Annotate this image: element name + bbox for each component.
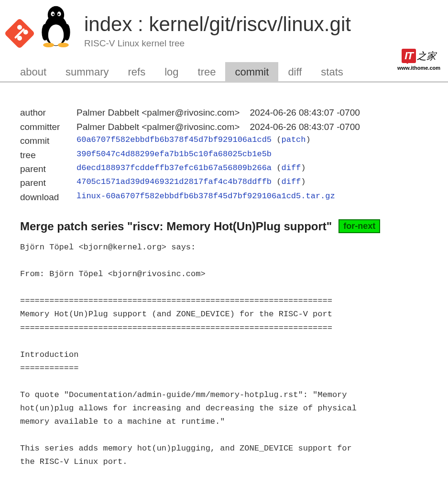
author-date: 2024-06-26 08:43:07 -0700	[250, 107, 360, 118]
commit-patch-link[interactable]: patch	[281, 135, 306, 144]
parent1-row: parent d6ecd188937fcddeffb37efc61b67a568…	[20, 162, 429, 176]
page-subtitle: RISC-V Linux kernel tree	[84, 38, 439, 49]
nav-tabs: about summary refs log tree commit diff …	[0, 62, 448, 83]
watermark-url: www.ithome.com	[397, 65, 440, 71]
content-area: author Palmer Dabbelt <palmer@rivosinc.c…	[0, 83, 448, 478]
commit-row: commit 60a6707f582ebbdfb6b378f45d7bf9291…	[20, 134, 429, 148]
svg-point-10	[64, 24, 70, 40]
svg-point-9	[42, 24, 48, 40]
tab-log[interactable]: log	[155, 62, 188, 81]
it-badge-icon: IT	[402, 49, 416, 63]
download-value: linux-60a6707f582ebbdfb6b378f45d7bf92910…	[76, 190, 429, 204]
parent1-value: d6ecd188937fcddeffb37efc61b67a56809b266a…	[76, 162, 429, 176]
committer-label: committer	[20, 120, 76, 134]
svg-point-8	[58, 43, 69, 47]
svg-point-7	[43, 43, 54, 47]
author-label: author	[20, 106, 76, 119]
tab-diff[interactable]: diff	[278, 62, 311, 81]
parent1-diff-link[interactable]: diff	[281, 163, 301, 172]
author-value: Palmer Dabbelt <palmer@rivosinc.com> 202…	[76, 106, 429, 119]
commit-title-row: Merge patch series "riscv: Memory Hot(Un…	[20, 219, 429, 233]
tab-commit[interactable]: commit	[225, 62, 278, 81]
download-label: download	[20, 190, 76, 204]
parent2-hash-link[interactable]: 4705c1571ad39d9469321d2817faf4c4b78ddffb	[76, 177, 272, 186]
watermark-logo: IT 之家 www.ithome.com	[397, 49, 440, 71]
author-row: author Palmer Dabbelt <palmer@rivosinc.c…	[20, 106, 429, 119]
committer-name: Palmer Dabbelt <palmer@rivosinc.com>	[76, 122, 240, 132]
tree-value: 390f5047c4d88299efa7b1b5c10fa68025cb1e5b	[76, 148, 429, 162]
tree-row: tree 390f5047c4d88299efa7b1b5c10fa68025c…	[20, 148, 429, 162]
parent2-row: parent 4705c1571ad39d9469321d2817faf4c4b…	[20, 176, 429, 190]
author-name: Palmer Dabbelt <palmer@rivosinc.com>	[76, 107, 240, 118]
page-title: index : kernel/git/riscv/linux.git	[84, 13, 439, 35]
tab-refs[interactable]: refs	[119, 62, 155, 81]
commit-subject: Merge patch series "riscv: Memory Hot(Un…	[20, 220, 332, 233]
svg-point-6	[58, 13, 60, 15]
committer-value: Palmer Dabbelt <palmer@rivosinc.com> 202…	[76, 120, 429, 134]
download-link[interactable]: linux-60a6707f582ebbdfb6b378f45d7bf92910…	[76, 192, 335, 201]
committer-date: 2024-06-26 08:43:07 -0700	[250, 122, 360, 132]
commit-label: commit	[20, 134, 76, 148]
svg-point-2	[48, 6, 64, 23]
parent2-label: parent	[20, 176, 76, 190]
tab-about[interactable]: about	[11, 62, 56, 81]
svg-point-5	[52, 13, 54, 15]
committer-row: committer Palmer Dabbelt <palmer@rivosin…	[20, 120, 429, 134]
tab-summary[interactable]: summary	[56, 62, 118, 81]
parent2-value: 4705c1571ad39d9469321d2817faf4c4b78ddffb…	[76, 176, 429, 190]
tux-penguin-icon	[37, 5, 75, 48]
tree-hash-link[interactable]: 390f5047c4d88299efa7b1b5c10fa68025cb1e5b	[76, 150, 272, 159]
git-logo-icon	[4, 18, 35, 49]
parent1-label: parent	[20, 162, 76, 176]
commit-hash-link[interactable]: 60a6707f582ebbdfb6b378f45d7bf929106a1cd5	[76, 135, 272, 144]
page-header: index : kernel/git/riscv/linux.git RISC-…	[0, 0, 448, 49]
commit-meta-table: author Palmer Dabbelt <palmer@rivosinc.c…	[20, 106, 429, 204]
svg-point-1	[48, 24, 64, 45]
download-row: download linux-60a6707f582ebbdfb6b378f45…	[20, 190, 429, 204]
it-suffix-text: 之家	[417, 50, 436, 63]
commit-message: Björn Töpel <bjorn@kernel.org> says: Fro…	[20, 241, 429, 469]
tab-stats[interactable]: stats	[311, 62, 352, 81]
title-area: index : kernel/git/riscv/linux.git RISC-…	[84, 5, 439, 49]
tree-label: tree	[20, 148, 76, 162]
parent1-hash-link[interactable]: d6ecd188937fcddeffb37efc61b67a56809b266a	[76, 163, 272, 172]
logo-area	[9, 5, 75, 48]
tab-tree[interactable]: tree	[188, 62, 226, 81]
parent2-diff-link[interactable]: diff	[281, 177, 301, 186]
commit-value: 60a6707f582ebbdfb6b378f45d7bf929106a1cd5…	[76, 134, 429, 148]
branch-badge[interactable]: for-next	[339, 219, 380, 233]
